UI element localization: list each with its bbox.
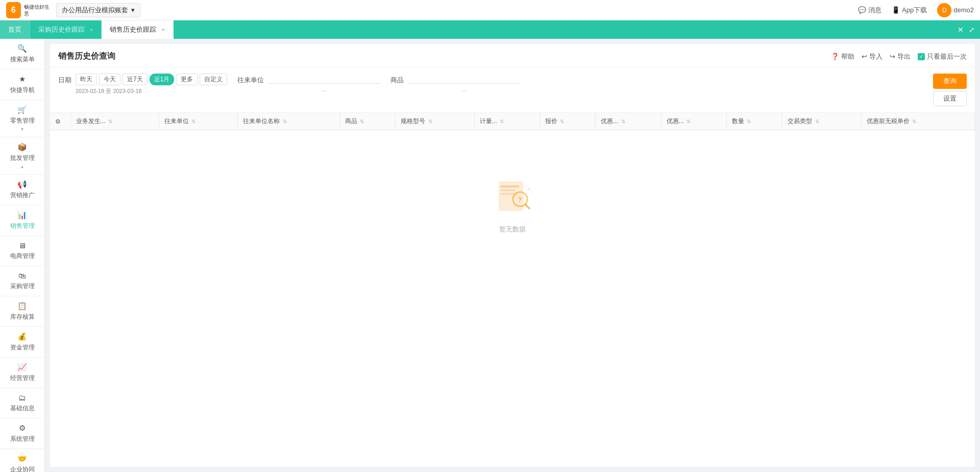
- sort-icon-goods: ⇅: [360, 119, 364, 124]
- help-button[interactable]: ❓ 帮助: [831, 52, 854, 61]
- sidebar-item-basic[interactable]: 🗂 基础信息: [0, 388, 44, 418]
- tab-purchase-close[interactable]: ×: [90, 27, 93, 33]
- sidebar-item-inventory[interactable]: 📋 库存核算: [0, 296, 44, 327]
- sidebar-item-operations-label: 经营管理: [10, 374, 35, 383]
- tab-home-label: 首页: [8, 25, 21, 34]
- app-selector-label: 办公用品行业模拟账套: [62, 6, 128, 15]
- sidebar-item-enterprise-label: 企业协同: [10, 465, 35, 472]
- table-col-discount1[interactable]: 优惠... ⇅: [596, 113, 661, 130]
- table-col-goods[interactable]: 商品 ⇅: [339, 113, 395, 130]
- logo-area: 6 畅捷信好生意: [6, 2, 51, 18]
- goods-input[interactable]: [408, 74, 520, 84]
- page-title: 销售历史价查询: [58, 51, 115, 62]
- sidebar-item-operations[interactable]: 📈 经营管理: [0, 358, 44, 388]
- sidebar-item-wholesale-label: 批发管理: [10, 154, 35, 162]
- sidebar-item-system[interactable]: ⚙ 系统管理: [0, 418, 44, 449]
- tab-bar: 首页 采购历史价跟踪 × 销售历史价跟踪 × ✕ ⤢: [0, 20, 980, 39]
- sidebar-item-quicknav[interactable]: ★ 快捷导航: [0, 69, 44, 100]
- date-btn-more[interactable]: 更多: [176, 74, 198, 85]
- message-button[interactable]: 💬 消息: [858, 6, 881, 15]
- tab-sales[interactable]: 销售历史价跟踪 ×: [102, 20, 173, 39]
- sidebar-item-search-label: 搜索菜单: [10, 55, 35, 64]
- table-col-unit[interactable]: 计量... ⇅: [474, 113, 540, 130]
- export-button[interactable]: ↪ 导出: [890, 52, 911, 61]
- date-range-text: 2023-02-18 至 2023-03-18: [76, 87, 227, 95]
- filter-action-buttons: 查询 设置: [933, 74, 967, 106]
- svg-point-10: [526, 186, 527, 187]
- sidebar-item-wholesale[interactable]: 📦 批发管理 ▴: [0, 137, 44, 175]
- sidebar-item-inventory-label: 库存核算: [10, 313, 35, 321]
- table-col-biz-date[interactable]: 业务发生... ⇅: [70, 113, 159, 130]
- empty-text: 暂无数据: [499, 225, 526, 234]
- sidebar-item-retail[interactable]: 🛒 零售管理 ▾: [0, 100, 44, 137]
- table-col-qty[interactable]: 数量 ⇅: [726, 113, 782, 130]
- gear-icon[interactable]: ⚙: [55, 118, 61, 125]
- sidebar-item-finance[interactable]: 💰 资金管理: [0, 327, 44, 358]
- app-download-button[interactable]: 📱 App下载: [892, 6, 927, 15]
- date-btn-today[interactable]: 今天: [99, 74, 120, 85]
- settings-button[interactable]: 设置: [933, 91, 967, 106]
- date-btn-custom[interactable]: 自定义: [200, 74, 227, 85]
- only-last-checkbox[interactable]: ✓: [918, 53, 925, 60]
- wholesale-icon: 📦: [17, 143, 27, 152]
- message-icon: 💬: [858, 6, 866, 14]
- tab-home[interactable]: 首页: [0, 20, 30, 39]
- user-avatar-area[interactable]: D demo2: [937, 3, 974, 17]
- date-filter-group: 日期 昨天 今天 近7天 近1月 更多 自定义 2023-02-18 至 202…: [58, 74, 227, 95]
- only-last-checkbox-area[interactable]: ✓ 只看最后一次: [918, 52, 967, 61]
- partner-input-group: ...: [268, 74, 380, 93]
- sort-icon-biz-date: ⇅: [108, 119, 112, 124]
- app-logo-icon: 6: [6, 2, 21, 18]
- table-col-discount2[interactable]: 优惠... ⇅: [661, 113, 726, 130]
- date-btn-1month[interactable]: 近1月: [150, 74, 175, 85]
- table-col-spec[interactable]: 规格型号 ⇅: [396, 113, 475, 130]
- maximize-icon[interactable]: ⤢: [969, 26, 975, 34]
- empty-illustration: ?: [489, 171, 535, 219]
- table-col-trade-type[interactable]: 交易类型 ⇅: [782, 113, 862, 130]
- table-col-partner-code[interactable]: 往来单位 ⇅: [159, 113, 238, 130]
- sidebar-item-retail-label: 零售管理: [10, 116, 35, 125]
- inventory-icon: 📋: [17, 301, 27, 311]
- app-selector[interactable]: 办公用品行业模拟账套 ▾: [56, 3, 140, 17]
- goods-dots: ...: [461, 86, 467, 93]
- date-btn-yesterday[interactable]: 昨天: [76, 74, 97, 85]
- sidebar-item-enterprise[interactable]: 🤝 企业协同: [0, 449, 44, 472]
- help-icon: ❓: [831, 53, 839, 60]
- tab-purchase-label: 采购历史价跟踪: [38, 25, 85, 34]
- close-window-icon[interactable]: ✕: [958, 26, 964, 34]
- sidebar-item-ecommerce[interactable]: 🖥 电商管理: [0, 236, 44, 266]
- empty-svg: ?: [489, 171, 535, 217]
- chevron-down-icon: ▾: [131, 6, 135, 14]
- date-filter-label: 日期: [58, 74, 71, 85]
- top-right: 💬 消息 📱 App下载 D demo2: [858, 3, 974, 17]
- sidebar-item-marketing[interactable]: 📢 营销推广: [0, 175, 44, 205]
- import-button[interactable]: ↩ 导入: [862, 52, 883, 61]
- filter-bar: 日期 昨天 今天 近7天 近1月 更多 自定义 2023-02-18 至 202…: [50, 67, 975, 113]
- table-col-pretax-price[interactable]: 优惠前无税单价 ⇅: [861, 113, 974, 130]
- sort-icon-price: ⇅: [560, 119, 564, 124]
- query-button[interactable]: 查询: [933, 74, 967, 89]
- sidebar-item-search[interactable]: 🔍 搜索菜单: [0, 39, 44, 69]
- purchase-icon: 🛍: [18, 271, 26, 280]
- ecommerce-icon: 🖥: [18, 241, 26, 250]
- sort-icon-partner-name: ⇅: [283, 119, 287, 124]
- date-btn-7days[interactable]: 近7天: [122, 74, 148, 85]
- sort-icon-discount2: ⇅: [687, 119, 691, 124]
- sidebar-item-system-label: 系统管理: [10, 435, 35, 443]
- page-header-actions: ❓ 帮助 ↩ 导入 ↪ 导出 ✓ 只看最后一次: [831, 52, 967, 61]
- sort-icon-discount1: ⇅: [621, 119, 625, 124]
- tab-sales-close[interactable]: ×: [161, 27, 164, 33]
- sidebar-item-finance-label: 资金管理: [10, 343, 35, 352]
- search-icon: 🔍: [17, 44, 27, 53]
- table-col-price[interactable]: 报价 ⇅: [540, 113, 596, 130]
- tab-bar-right: ✕ ⤢: [952, 20, 980, 39]
- partner-input[interactable]: [268, 74, 380, 84]
- goods-filter-label: 商品: [390, 74, 404, 85]
- enterprise-icon: 🤝: [17, 454, 27, 463]
- sidebar-item-sales[interactable]: 📊 销售管理: [0, 205, 44, 236]
- table-col-partner-name[interactable]: 往来单位名称 ⇅: [238, 113, 340, 130]
- sidebar-item-purchase[interactable]: 🛍 采购管理: [0, 266, 44, 296]
- tab-purchase[interactable]: 采购历史价跟踪 ×: [30, 20, 102, 39]
- download-icon: 📱: [892, 6, 900, 14]
- finance-icon: 💰: [17, 332, 27, 341]
